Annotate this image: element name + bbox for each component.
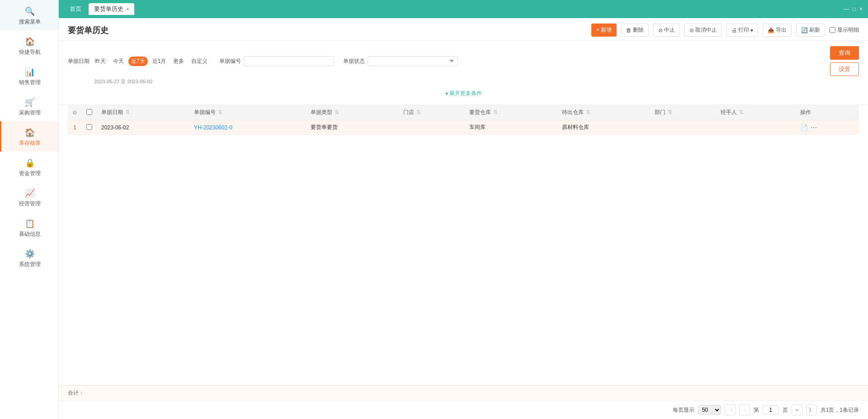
cancel-stop-button[interactable]: ⊘ 取消中止 xyxy=(684,24,722,37)
th-handler[interactable]: 经手人 ⇅ xyxy=(716,105,796,120)
main-area: 首页 要货单历史 × — □ × 要货单历史 + 新增 🗑 删除 xyxy=(59,0,868,419)
th-settings[interactable]: ⚙ xyxy=(68,105,82,120)
toolbar: + 新增 🗑 删除 ⊘ 中止 ⊘ 取消中止 🖨 打印 ▾ xyxy=(591,24,859,37)
th-pending-warehouse[interactable]: 待出仓库 ⇅ xyxy=(557,105,650,120)
refresh-icon: 🔄 xyxy=(801,27,808,33)
sidebar-item-operation[interactable]: 📈 经营管理 xyxy=(0,182,58,212)
window-close[interactable]: × xyxy=(859,6,863,12)
pagination: 每页显示 10 20 50 100 《 ＜ 第 页 ＞ 》 共1页，1条记录 xyxy=(59,400,868,419)
new-button[interactable]: + 新增 xyxy=(591,24,617,37)
date-btn-today[interactable]: 今天 xyxy=(110,57,127,66)
table-row: 1 2023-06-02 YH-20230602-0 要货单要货 xyxy=(68,120,859,135)
sidebar-item-finance[interactable]: 🔒 资金管理 xyxy=(0,152,58,182)
td-req-warehouse: 车间库 xyxy=(465,120,557,135)
page-header: 要货单历史 + 新增 🗑 删除 ⊘ 中止 ⊘ 取消中止 🖨 xyxy=(59,18,868,41)
sort-store-icon: ⇅ xyxy=(416,109,421,115)
page-number-input[interactable] xyxy=(763,405,779,414)
export-button[interactable]: 📤 导出 xyxy=(763,24,792,37)
print-dropdown-icon: ▾ xyxy=(750,27,753,33)
delete-button[interactable]: 🗑 删除 xyxy=(621,24,649,37)
date-btn-more[interactable]: 更多 xyxy=(170,57,187,66)
first-page-btn[interactable]: 《 xyxy=(725,405,736,415)
sidebar-item-basic-info[interactable]: 📋 基础信息 xyxy=(0,212,58,243)
doc-status-label: 单据状态 xyxy=(343,57,365,65)
sidebar-item-system[interactable]: ⚙️ 系统管理 xyxy=(0,243,58,273)
system-icon: ⚙️ xyxy=(25,249,35,259)
tab-home[interactable]: 首页 xyxy=(64,3,87,15)
sidebar-item-inventory[interactable]: 🏠 库存核算 xyxy=(0,121,58,152)
search-menu-icon: 🔍 xyxy=(25,6,35,16)
query-button[interactable]: 查询 xyxy=(830,46,859,60)
prev-page-btn[interactable]: ＜ xyxy=(739,405,750,415)
doc-status-select[interactable] xyxy=(368,56,458,66)
tab-close-icon[interactable]: × xyxy=(126,6,129,12)
sort-req-warehouse-icon: ⇅ xyxy=(493,109,498,115)
filter-actions: 查询 设置 xyxy=(830,46,859,76)
stop-icon: ⊘ xyxy=(658,27,663,33)
sidebar-item-purchase[interactable]: 🛒 采购管理 xyxy=(0,91,58,121)
th-doc-number[interactable]: 单据编号 ⇅ xyxy=(189,105,306,120)
date-filter-label: 单据日期 xyxy=(68,57,90,65)
filter-area: 单据日期 昨天 今天 近7天 近1月 更多 自定义 单据编号 xyxy=(59,41,868,105)
print-icon: 🖨 xyxy=(731,27,737,33)
refresh-button[interactable]: 🔄 刷新 xyxy=(796,24,825,37)
per-page-select[interactable]: 10 20 50 100 xyxy=(698,405,721,415)
print-button[interactable]: 🖨 打印 ▾ xyxy=(726,24,758,37)
date-btn-1month[interactable]: 近1月 xyxy=(150,57,169,66)
summary-bar: 合计： xyxy=(59,385,868,400)
window-maximize[interactable]: □ xyxy=(853,6,856,12)
content-area: 要货单历史 + 新增 🗑 删除 ⊘ 中止 ⊘ 取消中止 🖨 xyxy=(59,18,868,419)
th-department[interactable]: 部门 ⇅ xyxy=(650,105,716,120)
delete-icon: 🗑 xyxy=(626,27,632,33)
inventory-icon: 🏠 xyxy=(25,128,35,138)
th-store[interactable]: 门店 ⇅ xyxy=(399,105,465,120)
date-buttons: 昨天 今天 近7天 近1月 更多 自定义 xyxy=(92,57,210,66)
td-pending-warehouse: 原材料仓库 xyxy=(557,120,650,135)
sidebar-item-search-menu[interactable]: 🔍 搜索菜单 xyxy=(0,0,58,30)
sidebar: 🔍 搜索菜单 🏠 快捷导航 📊 销售管理 🛒 采购管理 🏠 库存核算 🔒 资金管… xyxy=(0,0,59,419)
total-info: 共1页，1条记录 xyxy=(821,406,859,414)
doc-number-link[interactable]: YH-20230602-0 xyxy=(194,124,232,131)
sort-department-icon: ⇅ xyxy=(668,109,672,115)
td-doc-number: YH-20230602-0 xyxy=(189,120,306,135)
td-action: 📄 ⋯ xyxy=(796,120,859,135)
tab-active[interactable]: 要货单历史 × xyxy=(89,3,134,15)
td-checkbox[interactable] xyxy=(82,120,97,135)
date-filter: 单据日期 昨天 今天 近7天 近1月 更多 自定义 xyxy=(68,57,210,66)
window-minimize[interactable]: — xyxy=(844,6,849,12)
th-doc-date[interactable]: 单据日期 ⇅ xyxy=(97,105,189,120)
view-action-icon[interactable]: 📄 xyxy=(800,124,808,131)
th-checkbox[interactable] xyxy=(82,105,97,120)
sidebar-item-sales[interactable]: 📊 销售管理 xyxy=(0,61,58,91)
basic-info-icon: 📋 xyxy=(25,219,35,229)
td-doc-type: 要货单要货 xyxy=(306,120,399,135)
stop-button[interactable]: ⊘ 中止 xyxy=(653,24,680,37)
finance-icon: 🔒 xyxy=(25,158,35,168)
filter-settings-button[interactable]: 设置 xyxy=(830,62,859,76)
last-page-btn[interactable]: 》 xyxy=(806,405,817,415)
th-doc-type[interactable]: 单据类型 ⇅ xyxy=(306,105,399,120)
sidebar-item-quick-nav[interactable]: 🏠 快捷导航 xyxy=(0,30,58,61)
expand-more-btn[interactable]: ▾ 展开更多条件 xyxy=(445,88,482,99)
operation-icon: 📈 xyxy=(25,188,35,198)
purchase-icon: 🛒 xyxy=(25,97,35,107)
show-detail-label[interactable]: 显示明细 xyxy=(830,26,859,34)
page-unit: 页 xyxy=(783,406,788,414)
next-page-btn[interactable]: ＞ xyxy=(792,405,802,415)
more-action-icon[interactable]: ⋯ xyxy=(811,124,817,131)
chevron-down-icon: ▾ xyxy=(445,90,448,97)
doc-number-input[interactable] xyxy=(244,56,334,66)
filter-row-1: 单据日期 昨天 今天 近7天 近1月 更多 自定义 单据编号 xyxy=(68,46,859,76)
date-btn-7days[interactable]: 近7天 xyxy=(128,57,148,66)
th-req-warehouse[interactable]: 要货仓库 ⇅ xyxy=(465,105,557,120)
data-table: ⚙ 单据日期 ⇅ 单据编号 ⇅ 单据类型 xyxy=(68,105,859,135)
row-checkbox-1[interactable] xyxy=(86,124,92,130)
date-btn-custom[interactable]: 自定义 xyxy=(189,57,210,66)
date-btn-yesterday[interactable]: 昨天 xyxy=(92,57,108,66)
select-all-checkbox[interactable] xyxy=(86,109,92,115)
td-department xyxy=(650,120,716,135)
td-handler xyxy=(716,120,796,135)
show-detail-checkbox[interactable] xyxy=(830,27,835,33)
topbar: 首页 要货单历史 × — □ × xyxy=(59,0,868,18)
export-icon: 📤 xyxy=(768,27,774,33)
